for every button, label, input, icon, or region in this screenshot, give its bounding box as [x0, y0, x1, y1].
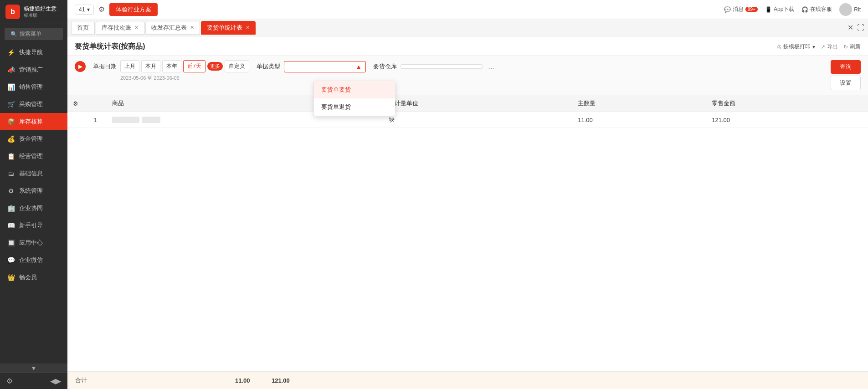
- enterprise-icon: 🏢: [6, 204, 15, 213]
- headset-icon: 🎧: [801, 6, 808, 13]
- app-download-action[interactable]: 📱 App下载: [765, 5, 794, 13]
- sidebar-item-quick-nav[interactable]: ⚡ 快捷导航: [0, 44, 67, 61]
- settings-footer-icon[interactable]: ⚙: [6, 377, 13, 385]
- refresh-btn[interactable]: ↻ 刷新: [843, 43, 861, 51]
- export-btn[interactable]: ↗ 导出: [821, 43, 838, 51]
- date-btn-last-month[interactable]: 上月: [120, 60, 139, 72]
- sidebar-item-enterprise[interactable]: 🏢 企业协同: [0, 200, 67, 217]
- brand-text: 畅捷通好生意 标准版: [24, 5, 56, 19]
- app-icon: 🔲: [6, 238, 15, 247]
- tab-fullscreen-icon[interactable]: ⛶: [857, 24, 864, 32]
- message-action[interactable]: 💬 消息 99+: [724, 5, 758, 13]
- store-selector[interactable]: 41 ▾: [75, 5, 94, 15]
- date-btn-this-year[interactable]: 本年: [162, 60, 181, 72]
- page-title-bar: 要货单统计表(按商品) 🖨 按模板打印 ▾ ↗ 导出 ↻ 刷新: [67, 36, 868, 56]
- sidebar-item-sales[interactable]: 📊 销售管理: [0, 78, 67, 96]
- dropdown-item-order-request[interactable]: 要货单要货: [314, 81, 395, 98]
- th-quantity: 主数量: [572, 95, 706, 112]
- warehouse-select[interactable]: [401, 64, 483, 69]
- row-quantity: 11.00: [572, 112, 706, 128]
- print-btn[interactable]: 🖨 按模板打印 ▾: [776, 43, 815, 51]
- filter-more-dots[interactable]: …: [488, 62, 495, 71]
- header-right: 💬 消息 99+ 📱 App下载 🎧 在线客服 Rit: [724, 3, 861, 16]
- type-chevron-icon: ▲: [356, 63, 362, 70]
- row-amount: 121.00: [706, 112, 868, 128]
- table-footer: 合计 11.00 121.00: [67, 371, 868, 389]
- vip-icon: 👑: [6, 273, 15, 282]
- date-filter-label: 单据日期: [93, 60, 117, 73]
- avatar: [839, 3, 852, 16]
- tab-expand-icon[interactable]: ✕: [847, 23, 853, 32]
- sidebar-scroll-down[interactable]: ▼: [0, 363, 67, 373]
- type-filter-group: 单据类型 ▲: [257, 60, 366, 73]
- marketing-icon: 📣: [6, 65, 15, 74]
- message-badge: 99+: [745, 7, 758, 12]
- warehouse-filter-label: 要货仓库: [373, 60, 397, 73]
- sidebar-item-system[interactable]: ⚙ 系统管理: [0, 182, 67, 200]
- tab-close-receive-summary[interactable]: ✕: [190, 25, 194, 31]
- tab-receive-summary[interactable]: 收发存汇总表 ✕: [145, 21, 200, 35]
- footer-amount: 121.00: [272, 377, 308, 384]
- settings-btn[interactable]: ⚙: [98, 5, 105, 14]
- sidebar-item-purchase[interactable]: 🛒 采购管理: [0, 96, 67, 113]
- row-settings-cell: [67, 112, 84, 128]
- th-amount: 零售金额: [706, 95, 868, 112]
- sidebar-item-guide[interactable]: 📖 新手引导: [0, 217, 67, 234]
- query-button[interactable]: 查询: [831, 60, 861, 74]
- row-index: 1: [84, 112, 107, 128]
- sidebar-footer: ⚙ ◀▶: [0, 373, 67, 389]
- sidebar-nav: ⚡ 快捷导航 📣 营销推广 📊 销售管理 🛒 采购管理 📦 库存核算 💰 资金管…: [0, 44, 67, 363]
- type-select[interactable]: ▲: [284, 61, 366, 72]
- table-row: 1 块 11.00 121.00: [67, 112, 868, 128]
- sidebar-item-app[interactable]: 🔲 应用中心: [0, 234, 67, 251]
- type-filter-label: 单据类型: [257, 60, 280, 73]
- data-table: ⚙ 商品 主计量单位 主数量 零售金额: [67, 95, 868, 128]
- tab-close-inventory-batch[interactable]: ✕: [134, 25, 139, 31]
- tab-inventory-batch[interactable]: 库存批次账 ✕: [96, 21, 144, 35]
- search-icon: 🔍: [10, 31, 17, 37]
- page-actions: 🖨 按模板打印 ▾ ↗ 导出 ↻ 刷新: [776, 43, 861, 51]
- sidebar-search[interactable]: 🔍 搜索菜单: [5, 28, 63, 40]
- date-more-badge[interactable]: 更多: [207, 62, 223, 71]
- filter-bar: ▶ 单据日期 上月 本月 本年 近7天 更多 自定义 2023-05-06 至 …: [67, 56, 868, 95]
- date-btn-custom[interactable]: 自定义: [225, 60, 249, 72]
- product-placeholder-1: [112, 117, 139, 123]
- sidebar: b 畅捷通好生意 标准版 🔍 搜索菜单 ⚡ 快捷导航 📣 营销推广 📊 销售管理…: [0, 0, 67, 389]
- top-header: 41 ▾ ⚙ 体验行业方案 💬 消息 99+ 📱 App下载 🎧 在线客服: [67, 0, 868, 19]
- tab-home[interactable]: 首页: [71, 21, 95, 35]
- sidebar-item-vip[interactable]: 👑 畅会员: [0, 269, 67, 286]
- footer-label: 合计: [73, 376, 89, 384]
- date-filter-group: 单据日期 上月 本月 本年 近7天 更多 自定义 2023-05-06 至 20…: [93, 60, 249, 82]
- quick-nav-icon: ⚡: [6, 48, 15, 57]
- online-service-action[interactable]: 🎧 在线客服: [801, 5, 832, 13]
- tab-order-stats[interactable]: 要货单统计表 ✕: [201, 21, 256, 35]
- trial-button[interactable]: 体验行业方案: [109, 3, 158, 16]
- finance-icon: 💰: [6, 134, 15, 143]
- sidebar-item-inventory[interactable]: 📦 库存核算: [0, 113, 67, 130]
- collapse-icon[interactable]: ◀▶: [50, 377, 61, 385]
- table-header-row: ⚙ 商品 主计量单位 主数量 零售金额: [67, 95, 868, 112]
- table-area: ⚙ 商品 主计量单位 主数量 零售金额: [67, 95, 868, 371]
- type-dropdown: 要货单要货 要货单退货: [313, 81, 395, 116]
- wechat-icon: 💬: [6, 256, 15, 265]
- th-settings[interactable]: ⚙: [67, 95, 84, 112]
- dropdown-item-order-return[interactable]: 要货单退货: [314, 98, 395, 116]
- date-btn-this-month[interactable]: 本月: [141, 60, 160, 72]
- sidebar-item-operations[interactable]: 📋 经营管理: [0, 148, 67, 165]
- sidebar-item-marketing[interactable]: 📣 营销推广: [0, 61, 67, 78]
- tab-close-order-stats[interactable]: ✕: [246, 25, 250, 31]
- sidebar-item-wechat[interactable]: 💬 企业微信: [0, 251, 67, 269]
- phone-icon: 📱: [765, 6, 772, 13]
- sidebar-item-finance[interactable]: 💰 资金管理: [0, 130, 67, 148]
- date-btn-7days[interactable]: 近7天: [183, 60, 205, 72]
- tab-bar: 首页 库存批次账 ✕ 收发存汇总表 ✕ 要货单统计表 ✕ ✕ ⛶: [67, 19, 868, 36]
- export-icon: ↗: [821, 44, 825, 50]
- page-title: 要货单统计表(按商品): [75, 42, 145, 51]
- chevron-print-icon: ▾: [812, 44, 815, 50]
- sidebar-item-basic[interactable]: 🗂 基础信息: [0, 165, 67, 182]
- filter-expand-btn[interactable]: ▶: [75, 61, 86, 72]
- message-icon: 💬: [724, 6, 731, 13]
- user-profile[interactable]: Rit: [839, 3, 861, 16]
- setting-button[interactable]: 设置: [831, 76, 861, 90]
- date-range-text: 2023-05-06 至 2023-06-06: [120, 75, 249, 82]
